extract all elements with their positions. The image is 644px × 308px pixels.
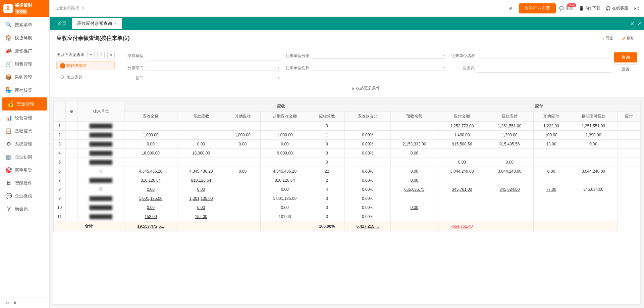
table-cell[interactable]: 345,684.00: [486, 185, 533, 194]
table-cell[interactable]: 152.00: [177, 212, 225, 221]
table-cell[interactable]: 3,044,240.00: [438, 167, 486, 176]
table-cell[interactable]: 0.00: [533, 167, 569, 176]
settings-button[interactable]: 设置: [614, 64, 637, 74]
unit-name-input[interactable]: [478, 53, 611, 58]
table-cell[interactable]: 0.00: [486, 158, 533, 167]
sidebar-item-member[interactable]: V 畅会员: [0, 203, 49, 215]
sidebar-item-operations[interactable]: 📊 经营管理: [0, 111, 49, 124]
unit-nature-select[interactable]: ▼: [312, 65, 445, 71]
unit-name: ████████: [78, 131, 124, 140]
table-cell[interactable]: 0.00: [177, 203, 225, 212]
salesman-input[interactable]: [477, 65, 605, 70]
table-cell[interactable]: 1,001,135.00: [124, 194, 177, 203]
query-button[interactable]: 查询: [614, 52, 637, 62]
sidebar-item-guide[interactable]: 🎯 新手引导: [0, 164, 49, 177]
table-cell[interactable]: 655,636.75: [390, 185, 438, 194]
table-cell[interactable]: 1,251,551.00: [486, 122, 533, 131]
promo-button[interactable]: 体验行业方案: [519, 3, 556, 13]
collapse-more-button[interactable]: ∧ 收起更多条件: [350, 83, 382, 93]
table-cell[interactable]: 18,000.00: [124, 149, 177, 158]
table-cell[interactable]: 915,495.56: [486, 140, 533, 149]
sidebar-item-sales[interactable]: 🛒 销售管理: [0, 57, 49, 71]
table-cell: [438, 194, 486, 203]
table-cell[interactable]: 1,252,773.00: [438, 122, 486, 131]
settle-unit-input[interactable]: [146, 53, 274, 58]
online-service-button[interactable]: 🎧 在线客服: [606, 5, 628, 11]
refresh-button[interactable]: ↺ 刷新: [619, 34, 637, 43]
sidebar-item-search[interactable]: 🔍 搜索菜单: [0, 18, 49, 31]
sidebar-item-marketing[interactable]: 📣 营销推广: [0, 44, 49, 57]
table-cell[interactable]: 0.00: [177, 185, 225, 194]
footer-ap-loan[interactable]: -654,751.40: [438, 221, 486, 231]
table-cell[interactable]: 1,222.00: [533, 122, 569, 131]
table-cell[interactable]: 0.00: [438, 158, 486, 167]
sidebar-item-wechat[interactable]: 💬 企业微信: [0, 189, 49, 203]
table-cell[interactable]: 0.00: [390, 149, 438, 158]
table-cell[interactable]: 1,390.00: [486, 131, 533, 140]
scheme-by-staff[interactable]: ⏱ 按业务员: [56, 73, 115, 81]
footer-ar-total[interactable]: 19,553,472,6...: [124, 221, 177, 231]
table-cell[interactable]: 4,345,436.20: [124, 167, 177, 176]
add-scheme-button[interactable]: +: [87, 51, 95, 58]
export-button[interactable]: ↑ 导出: [600, 34, 616, 43]
table-cell: [390, 212, 438, 221]
table-cell[interactable]: 810,126.64: [177, 176, 225, 185]
tab-close-window-icon[interactable]: ✕: [630, 20, 634, 27]
tab-home[interactable]: 首页: [52, 18, 72, 29]
department-select[interactable]: ▼: [146, 75, 280, 81]
dept-select[interactable]: ▼: [146, 65, 280, 71]
table-cell[interactable]: 1,000.00: [124, 131, 177, 140]
table-cell[interactable]: 0.00: [177, 140, 225, 149]
table-cell[interactable]: 1,000.00: [225, 131, 261, 140]
table-cell[interactable]: 0.00: [390, 167, 438, 176]
table-cell[interactable]: 0.00: [124, 140, 177, 149]
table-cell[interactable]: 152.00: [124, 212, 177, 221]
table-cell[interactable]: 0.00: [390, 176, 438, 185]
table-cell[interactable]: 0.00: [225, 140, 261, 149]
table-cell[interactable]: 0.00: [124, 203, 177, 212]
table-cell[interactable]: 0.00: [390, 203, 438, 212]
user-menu[interactable]: Rit: [634, 6, 639, 11]
table-cell[interactable]: 810,126.64: [124, 176, 177, 185]
sidebar-item-basic[interactable]: 📋 基础信息: [0, 124, 49, 137]
col-settings-header[interactable]: ⚙: [66, 101, 78, 122]
unit-category-select[interactable]: ▼: [312, 53, 445, 59]
table-cell[interactable]: 1,001,135.00: [177, 194, 225, 203]
table-cell[interactable]: 3,044,240.00: [486, 167, 533, 176]
col-ap-loan: 贷款应付: [486, 112, 533, 122]
app-download-button[interactable]: 📱 App下载: [579, 5, 600, 11]
edit-scheme-button[interactable]: ⊙: [97, 51, 105, 58]
row-num: 6: [54, 167, 66, 176]
sidebar-item-finance[interactable]: 💰 资金管理: [2, 97, 47, 111]
settings-icon[interactable]: ⚙: [506, 4, 516, 13]
sidebar-item-quicknav[interactable]: 🏠 快捷导航: [0, 31, 49, 44]
tab-expand-icon[interactable]: ⤢: [637, 20, 641, 27]
tab-arquery[interactable]: 应收应付余额查询 ✕: [72, 18, 122, 29]
table-cell[interactable]: 2,153,333.00: [390, 140, 438, 149]
table-cell[interactable]: 0.00: [124, 185, 177, 194]
table-cell: [618, 122, 640, 131]
sidebar-item-hardware[interactable]: 🖥 智能硬件: [0, 177, 49, 189]
table-cell[interactable]: 915,508.56: [438, 140, 486, 149]
tab-close-icon[interactable]: ✕: [114, 22, 117, 26]
collapse-scheme-button[interactable]: «: [107, 51, 115, 58]
table-cell[interactable]: 18,000.00: [177, 149, 225, 158]
scheme-by-unit[interactable]: ✓ 按往来单位: [56, 61, 115, 70]
sidebar-item-enterprise[interactable]: 🏢 企业协同: [0, 150, 49, 164]
table-cell[interactable]: 100.00: [533, 131, 569, 140]
table-cell[interactable]: 77.00: [533, 185, 569, 194]
settings-bottom-icon[interactable]: ⚙: [5, 301, 9, 305]
table-cell[interactable]: 1,490.00: [438, 131, 486, 140]
notify-button[interactable]: 💬 消息 99+: [559, 5, 574, 11]
table-cell[interactable]: 345,761.00: [438, 185, 486, 194]
sidebar-item-system[interactable]: ⚙ 系统管理: [0, 137, 49, 150]
table-cell[interactable]: 0.00: [225, 167, 261, 176]
settle-unit-dots[interactable]: …: [274, 52, 280, 59]
table-cell[interactable]: 4,345,436.20: [177, 167, 225, 176]
pause-icon[interactable]: ⏸: [13, 301, 17, 305]
sidebar-item-purchase[interactable]: 📦 采购管理: [0, 71, 49, 84]
salesman-dots[interactable]: …: [605, 64, 611, 71]
table-cell[interactable]: 13.00: [533, 140, 569, 149]
footer-ar-prepaid[interactable]: 6,417,215....: [345, 221, 391, 231]
sidebar-item-inventory[interactable]: 🏪 库存核算: [0, 84, 49, 97]
